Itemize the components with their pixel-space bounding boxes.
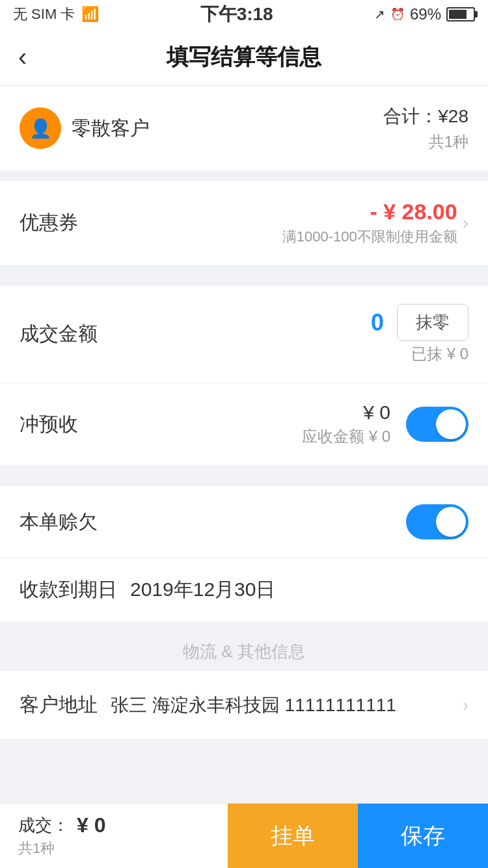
amount-input-group: 0 抹零 bbox=[371, 304, 468, 341]
duedate-value: 2019年12月30日 bbox=[130, 576, 275, 603]
page-content: 👤 零散客户 合计：¥28 共1种 优惠券 - ¥ 28.00 满1000-10… bbox=[0, 86, 488, 868]
logistics-divider: 物流 & 其他信息 bbox=[0, 632, 488, 671]
customer-count: 共1种 bbox=[383, 131, 468, 152]
deal-amount-value[interactable]: 0 bbox=[371, 309, 384, 336]
prepayment-toggle[interactable] bbox=[406, 407, 468, 442]
coupon-value-group: - ¥ 28.00 满1000-100不限制使用金额 bbox=[282, 199, 457, 247]
hold-button[interactable]: 挂单 bbox=[228, 804, 358, 868]
customer-row: 👤 零散客户 合计：¥28 共1种 bbox=[0, 86, 488, 170]
debt-row: 本单赊欠 bbox=[0, 486, 488, 558]
coupon-row[interactable]: 优惠券 - ¥ 28.00 满1000-100不限制使用金额 › bbox=[0, 181, 488, 265]
deal-amount-row: 成交金额 0 抹零 已抹 ¥ 0 bbox=[0, 286, 488, 383]
round-button[interactable]: 抹零 bbox=[397, 304, 468, 341]
prepayment-row: 冲预收 ¥ 0 应收金额 ¥ 0 bbox=[0, 383, 488, 465]
address-chevron-icon: › bbox=[463, 695, 468, 716]
duedate-label: 收款到期日 bbox=[20, 576, 117, 603]
duedate-row: 收款到期日 2019年12月30日 bbox=[0, 558, 488, 621]
debt-toggle[interactable] bbox=[406, 504, 468, 539]
deal-amount-right: 0 抹零 已抹 ¥ 0 bbox=[371, 304, 468, 364]
no-sim-label: 无 SIM 卡 bbox=[13, 5, 75, 24]
prepayment-receivable: 应收金额 ¥ 0 bbox=[302, 426, 390, 447]
address-value: 张三 海淀永丰科技园 11111111111 bbox=[111, 693, 463, 718]
section-divider-1 bbox=[0, 275, 488, 286]
back-button[interactable]: ‹ bbox=[18, 42, 27, 72]
coupon-desc: 满1000-100不限制使用金额 bbox=[282, 227, 457, 247]
prepayment-values: ¥ 0 应收金额 ¥ 0 bbox=[302, 401, 390, 447]
customer-right: 合计：¥28 共1种 bbox=[383, 104, 468, 152]
avatar-icon: 👤 bbox=[29, 118, 52, 139]
bottom-info: 成交： ¥ 0 共1种 bbox=[0, 804, 228, 868]
amount-section: 成交金额 0 抹零 已抹 ¥ 0 冲预收 ¥ 0 应收金额 ¥ 0 bbox=[0, 286, 488, 465]
battery-label: 69% bbox=[410, 5, 441, 23]
address-label: 客户地址 bbox=[20, 692, 98, 718]
debt-toggle-knob bbox=[436, 507, 466, 537]
bottom-bar: 成交： ¥ 0 共1种 挂单 保存 bbox=[0, 803, 488, 868]
deal-amount-label: 成交金额 bbox=[20, 321, 111, 347]
customer-name: 零散客户 bbox=[72, 115, 150, 142]
location-icon: ↗ bbox=[374, 7, 385, 22]
address-row[interactable]: 客户地址 张三 海淀永丰科技园 11111111111 › bbox=[0, 671, 488, 739]
coupon-section: 优惠券 - ¥ 28.00 满1000-100不限制使用金额 › bbox=[0, 181, 488, 265]
status-right: ↗ ⏰ 69% bbox=[374, 5, 475, 23]
back-icon: ‹ bbox=[18, 42, 27, 71]
bottom-count: 共1种 bbox=[18, 839, 210, 858]
address-section: 客户地址 张三 海淀永丰科技园 11111111111 › bbox=[0, 671, 488, 739]
save-button[interactable]: 保存 bbox=[358, 804, 488, 868]
already-rounded-label: 已抹 ¥ 0 bbox=[411, 344, 468, 364]
coupon-amount: - ¥ 28.00 bbox=[370, 199, 457, 224]
alarm-icon: ⏰ bbox=[390, 7, 405, 21]
status-bar: 无 SIM 卡 📶 下午3:18 ↗ ⏰ 69% bbox=[0, 0, 488, 29]
coupon-right: - ¥ 28.00 满1000-100不限制使用金额 › bbox=[282, 199, 468, 247]
status-time: 下午3:18 bbox=[200, 2, 273, 27]
debt-section: 本单赊欠 收款到期日 2019年12月30日 bbox=[0, 486, 488, 621]
wifi-icon: 📶 bbox=[81, 6, 99, 23]
page-title: 填写结算等信息 bbox=[167, 42, 321, 72]
prepayment-right: ¥ 0 应收金额 ¥ 0 bbox=[302, 401, 468, 447]
coupon-label: 优惠券 bbox=[20, 210, 111, 236]
prepayment-label: 冲预收 bbox=[20, 411, 111, 438]
bottom-deal-amount: ¥ 0 bbox=[77, 813, 105, 837]
customer-avatar: 👤 bbox=[20, 107, 61, 149]
logistics-label: 物流 & 其他信息 bbox=[183, 640, 305, 663]
battery-icon bbox=[446, 7, 475, 21]
chevron-right-icon: › bbox=[463, 213, 468, 234]
prepayment-amount: ¥ 0 bbox=[302, 401, 390, 424]
bottom-deal-label: 成交： bbox=[18, 814, 69, 837]
customer-left: 👤 零散客户 bbox=[20, 107, 150, 149]
section-divider-2 bbox=[0, 476, 488, 486]
nav-bar: ‹ 填写结算等信息 bbox=[0, 29, 488, 86]
customer-total: 合计：¥28 bbox=[383, 104, 468, 129]
bottom-deal-row: 成交： ¥ 0 bbox=[18, 813, 210, 837]
status-left: 无 SIM 卡 📶 bbox=[13, 5, 99, 24]
toggle-knob bbox=[436, 409, 466, 439]
debt-label: 本单赊欠 bbox=[20, 509, 98, 536]
